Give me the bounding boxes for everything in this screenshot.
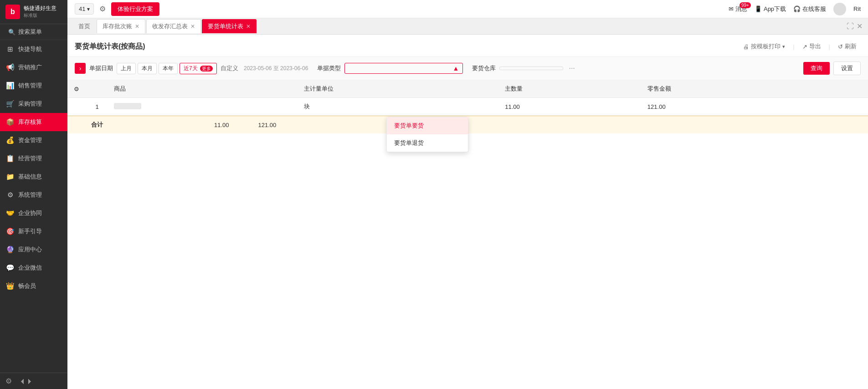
dropdown-item-purchase-order[interactable]: 要货单要货 bbox=[387, 117, 468, 134]
footer-qty-value: 11.00 bbox=[214, 122, 229, 128]
filter-last-month-btn[interactable]: 上月 bbox=[117, 63, 136, 74]
topbar: 41 ▾ ⚙ 体验行业方案 ✉ 消息 99+ 📱 App下载 🎧 在 bbox=[67, 0, 868, 18]
sidebar-item-label: 营销推广 bbox=[18, 63, 42, 72]
tab-order-stats-close[interactable]: ✕ bbox=[246, 23, 251, 30]
row-unit: 块 bbox=[298, 98, 500, 116]
sidebar-item-operation[interactable]: 📋 经营管理 bbox=[0, 149, 67, 168]
sidebar-item-system[interactable]: ⚙ 系统管理 bbox=[0, 186, 67, 204]
app-download-button[interactable]: 📱 App下载 bbox=[755, 5, 786, 13]
filter-more-dots[interactable]: ··· bbox=[569, 64, 575, 72]
settings-icon[interactable]: ⚙ bbox=[5, 377, 12, 385]
sidebar: b 畅捷通好生意 标准版 🔍 搜索菜单 ⊞ 快捷导航 📢 营销推广 📊 销售 bbox=[0, 0, 67, 389]
tab-sales-summary-label: 收发存汇总表 bbox=[152, 22, 188, 31]
tab-home[interactable]: 首页 bbox=[73, 20, 96, 33]
tab-inventory-batch[interactable]: 库存批次账 ✕ bbox=[97, 19, 145, 33]
wechat-icon: 💬 bbox=[5, 263, 15, 272]
dropdown-item-purchase-return[interactable]: 要货单退货 bbox=[387, 134, 468, 152]
tab-sales-summary-close[interactable]: ✕ bbox=[190, 23, 195, 30]
filter-type-select[interactable]: ▲ bbox=[344, 63, 463, 74]
marketing-icon: 📢 bbox=[5, 63, 15, 72]
export-button[interactable]: ↗ 导出 bbox=[798, 40, 825, 53]
sales-icon: 📊 bbox=[5, 81, 15, 90]
chevron-down-icon: ▾ bbox=[87, 6, 90, 12]
sidebar-nav: ⊞ 快捷导航 📢 营销推广 📊 销售管理 🛒 采购管理 📦 库存核算 💰 bbox=[0, 40, 67, 373]
sidebar-item-purchase[interactable]: 🛒 采购管理 bbox=[0, 95, 67, 113]
sidebar-item-enterprise[interactable]: 🤝 企业协同 bbox=[0, 204, 67, 222]
table-header: ⚙ 商品 主计量单位 主数量 零售金额 bbox=[67, 80, 868, 98]
sidebar-item-label: 销售管理 bbox=[18, 82, 42, 90]
sidebar-item-label: 新手引导 bbox=[18, 227, 42, 235]
close-all-icon[interactable]: ✕ bbox=[857, 22, 863, 31]
sidebar-item-label: 企业微信 bbox=[18, 264, 42, 272]
filter-settings-button[interactable]: 设置 bbox=[833, 61, 861, 75]
sidebar-item-member[interactable]: 👑 畅会员 bbox=[0, 277, 67, 295]
online-service-button[interactable]: 🎧 在线客服 bbox=[793, 5, 826, 13]
filter-type-arrow-icon[interactable]: ▲ bbox=[453, 65, 459, 72]
collapse-icon[interactable]: ⏴⏵ bbox=[19, 377, 34, 385]
table-column-gear[interactable]: ⚙ bbox=[67, 80, 86, 98]
sidebar-item-sales[interactable]: 📊 销售管理 bbox=[0, 77, 67, 95]
filter-warehouse-label: 要货仓库 bbox=[472, 64, 496, 72]
print-template-label: 按模板打印 bbox=[751, 42, 781, 51]
topbar-gear-icon[interactable]: ⚙ bbox=[99, 5, 106, 13]
filter-more-badge: 更多 bbox=[200, 66, 213, 72]
filter-toggle-button[interactable]: › bbox=[75, 63, 86, 74]
filter-this-month-btn[interactable]: 本月 bbox=[138, 63, 157, 74]
page-title: 要货单统计表(按商品) bbox=[75, 42, 145, 51]
sidebar-item-wechat[interactable]: 💬 企业微信 bbox=[0, 259, 67, 277]
filter-type-input[interactable] bbox=[349, 65, 452, 72]
print-icon: 🖨 bbox=[743, 43, 749, 50]
filter-last-7days-btn[interactable]: 近7天 更多 bbox=[180, 63, 217, 74]
sidebar-item-marketing[interactable]: 📢 营销推广 bbox=[0, 58, 67, 77]
sidebar-item-inventory[interactable]: 📦 库存核算 bbox=[0, 113, 67, 131]
date-label: 单据日期 bbox=[89, 64, 113, 72]
trial-industry-button[interactable]: 体验行业方案 bbox=[111, 2, 159, 16]
refresh-icon: ↺ bbox=[838, 43, 843, 50]
username-label[interactable]: Rit bbox=[853, 5, 861, 12]
app-download-label: App下载 bbox=[764, 5, 786, 13]
page-header: 要货单统计表(按商品) 🖨 按模板打印 ▾ | ↗ 导出 | ↺ bbox=[67, 35, 868, 57]
table-body: 1 块 11.00 121.00 bbox=[67, 98, 868, 116]
sidebar-item-basic[interactable]: 📁 基础信息 bbox=[0, 168, 67, 186]
page-actions: 🖨 按模板打印 ▾ | ↗ 导出 | ↺ 刷新 bbox=[739, 40, 861, 53]
refresh-button[interactable]: ↺ 刷新 bbox=[834, 40, 861, 53]
filter-this-year-btn[interactable]: 本年 bbox=[159, 63, 178, 74]
sidebar-item-guide[interactable]: 🎯 新手引导 bbox=[0, 222, 67, 241]
sidebar-item-finance[interactable]: 💰 资金管理 bbox=[0, 131, 67, 149]
filter-warehouse-select[interactable] bbox=[499, 67, 563, 70]
app-brand-name: 畅捷通好生意 bbox=[24, 5, 56, 12]
table-column-qty: 主数量 bbox=[499, 80, 642, 98]
tab-order-stats[interactable]: 要货单统计表 ✕ bbox=[202, 19, 257, 33]
filter-date-buttons: 上月 本月 本年 近7天 更多 bbox=[117, 63, 217, 74]
message-icon: ✉ bbox=[729, 5, 734, 12]
table-column-spacer bbox=[814, 80, 868, 98]
operation-icon: 📋 bbox=[5, 154, 15, 163]
content-area: 要货单统计表(按商品) 🖨 按模板打印 ▾ | ↗ 导出 | ↺ bbox=[67, 35, 868, 389]
sidebar-search[interactable]: 🔍 搜索菜单 bbox=[0, 24, 67, 40]
print-template-button[interactable]: 🖨 按模板打印 ▾ bbox=[739, 40, 789, 53]
tab-inventory-batch-close[interactable]: ✕ bbox=[135, 23, 139, 30]
service-label: 在线客服 bbox=[802, 5, 826, 13]
message-button[interactable]: ✉ 消息 99+ bbox=[729, 5, 747, 13]
sidebar-item-label: 资金管理 bbox=[18, 136, 42, 144]
tab-sales-summary[interactable]: 收发存汇总表 ✕ bbox=[146, 19, 201, 33]
fullscreen-icon[interactable]: ⛶ bbox=[847, 22, 854, 31]
filter-query-button[interactable]: 查询 bbox=[803, 62, 830, 75]
shortcut-icon: ⊞ bbox=[5, 45, 15, 54]
table-column-amount: 零售金额 bbox=[642, 80, 814, 98]
enterprise-icon: 🤝 bbox=[5, 209, 15, 218]
appstore-icon: 🔮 bbox=[5, 245, 15, 254]
company-selector[interactable]: 41 ▾ bbox=[75, 3, 94, 15]
sidebar-item-label: 快捷导航 bbox=[18, 45, 42, 53]
filter-custom-label[interactable]: 自定义 bbox=[221, 64, 238, 72]
row-index: 1 bbox=[86, 98, 108, 116]
sidebar-item-label: 畅会员 bbox=[18, 282, 36, 290]
sidebar-item-label: 经营管理 bbox=[18, 154, 42, 163]
footer-total-label: 合计 bbox=[73, 121, 103, 129]
sidebar-item-appstore[interactable]: 🔮 应用中心 bbox=[0, 241, 67, 259]
refresh-label: 刷新 bbox=[845, 42, 857, 51]
sidebar-item-shortcut[interactable]: ⊞ 快捷导航 bbox=[0, 40, 67, 58]
sidebar-item-label: 系统管理 bbox=[18, 191, 42, 199]
user-avatar[interactable] bbox=[833, 3, 846, 15]
finance-icon: 💰 bbox=[5, 136, 15, 145]
